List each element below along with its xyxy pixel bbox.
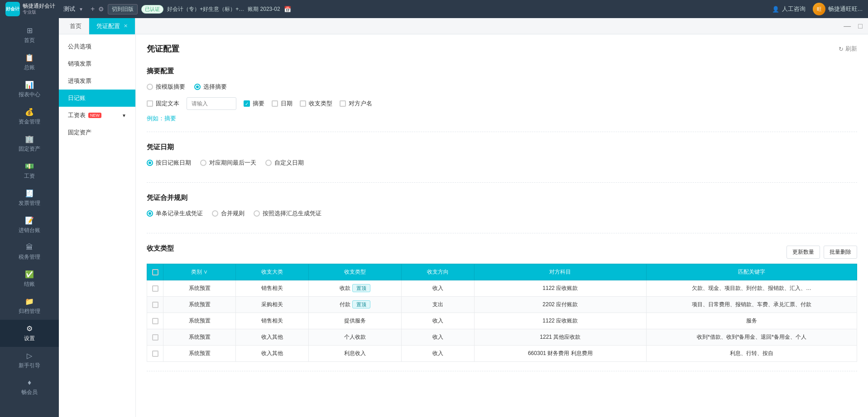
table-row: 系统预置 收入其他 个人收款 收入 1221 其他应收款 收到*借款、收到*备用…	[147, 329, 857, 346]
table-row: 系统预置 销售相关 收款 置顶 收入 1122 应收账款 欠款、现金、项目款、到…	[147, 280, 857, 297]
payroll-expand-arrow[interactable]: ▼	[122, 113, 126, 118]
sidebar-item-funds[interactable]: 💰 资金管理	[0, 103, 59, 130]
row-checkbox-1[interactable]	[147, 280, 163, 297]
settings-icon[interactable]: ⚙	[98, 5, 104, 13]
radio-custom-date[interactable]: 自定义日期	[265, 159, 304, 167]
row-5-checkbox[interactable]	[152, 351, 158, 357]
radio-template-label: 按模版摘要	[156, 83, 185, 91]
sidebar-label-settings: 设置	[24, 335, 35, 342]
left-nav-fixed-assets[interactable]: 固定资产	[59, 124, 135, 141]
company-dropdown-arrow[interactable]: ▼	[79, 7, 83, 12]
row-checkbox-3[interactable]	[147, 313, 163, 329]
radio-journal-date-label: 按日记账日期	[156, 159, 191, 167]
radio-single-record[interactable]: 单条记录生成凭证	[147, 209, 203, 218]
checkbox-fixed-text[interactable]: 固定文本	[147, 100, 179, 108]
row-4-checkbox[interactable]	[152, 334, 158, 341]
radio-single-record-circle	[147, 210, 153, 217]
row-4-keywords: 收到*借款、收到*备用金、退回*备用金、个人	[647, 329, 857, 346]
sidebar-item-assets[interactable]: 🏢 固定资产	[0, 130, 59, 157]
tab-home-label: 首页	[70, 22, 82, 30]
sidebar-item-settings[interactable]: ⚙ 设置	[0, 320, 59, 347]
left-nav-sales-invoice[interactable]: 销项发票	[59, 55, 135, 72]
user-name: 畅捷通旺旺...	[828, 5, 863, 13]
fixed-text-input[interactable]	[187, 97, 236, 110]
row-2-top-tag[interactable]: 置顶	[352, 300, 370, 308]
consult-button[interactable]: 👤 人工咨询	[772, 5, 806, 13]
row-checkbox-4[interactable]	[147, 329, 163, 346]
radio-single-record-label: 单条记录生成凭证	[156, 209, 203, 218]
switch-version-button[interactable]: 切到旧版	[108, 4, 138, 14]
checkbox-summary-check: ✓	[245, 101, 249, 106]
checkbox-summary-box: ✓	[244, 100, 250, 107]
sidebar-item-guide[interactable]: ▷ 新手引导	[0, 347, 59, 374]
row-1-top-tag[interactable]: 置顶	[352, 284, 370, 292]
row-3-checkbox[interactable]	[152, 318, 158, 324]
checkbox-income-type[interactable]: 收支类型	[300, 100, 332, 108]
tab-voucher-config[interactable]: 凭证配置 ✕	[89, 18, 135, 34]
row-2-big-type: 采购相关	[236, 297, 308, 313]
sidebar-item-home[interactable]: ⊞ 首页	[0, 22, 59, 49]
left-nav-purchase-invoice[interactable]: 进项发票	[59, 72, 135, 90]
row-2-checkbox[interactable]	[152, 302, 158, 308]
sidebar-item-invoice[interactable]: 🧾 发票管理	[0, 185, 59, 212]
sidebar-item-tax[interactable]: 🏛 税务管理	[0, 239, 59, 265]
row-checkbox-5[interactable]	[147, 346, 163, 362]
sidebar-item-close[interactable]: ✅ 结账	[0, 265, 59, 293]
consult-icon: 👤	[772, 6, 779, 13]
radio-template-summary[interactable]: 按模版摘要	[147, 83, 185, 91]
row-4-direction: 收入	[402, 329, 474, 346]
date-section-title: 凭证日期	[147, 143, 857, 152]
salary-icon: 💵	[25, 162, 34, 171]
left-nav-journal[interactable]: 日记账	[59, 90, 135, 107]
maximize-button[interactable]: □	[856, 21, 864, 31]
radio-select-summary[interactable]: 选择摘要	[194, 83, 227, 91]
row-3-subject: 1122 应收账款	[474, 313, 647, 329]
product-tags: 好会计（专）+好生意（标）+…	[167, 5, 244, 13]
refresh-button[interactable]: ↻ 刷新	[839, 45, 857, 53]
minimize-button[interactable]: —	[842, 21, 853, 31]
left-nav-payroll[interactable]: 工资表 NEW ▼	[59, 107, 135, 124]
user-info[interactable]: 旺 畅捷通旺旺...	[813, 3, 863, 15]
radio-journal-date[interactable]: 按日记账日期	[147, 159, 191, 167]
left-nav-public-label: 公共选项	[68, 43, 91, 51]
checkbox-counterpart[interactable]: 对方户名	[340, 100, 372, 108]
tab-home[interactable]: 首页	[62, 18, 89, 34]
certified-tag: 已认证	[141, 5, 163, 14]
table-header-bar: 收支类型 更新数量 批量删除	[147, 244, 857, 260]
radio-custom-date-label: 自定义日期	[274, 159, 304, 167]
assets-icon: 🏢	[25, 135, 34, 143]
row-5-income-type: 利息收入	[308, 346, 401, 362]
update-count-button[interactable]: 更新数量	[786, 246, 820, 259]
income-table: 类别 ∨ 收支大类 收支类型 收支方向 对方科目 匹配关键字	[147, 264, 857, 362]
radio-last-day[interactable]: 对应期间最后一天	[200, 159, 256, 167]
table-header-checkbox[interactable]	[147, 264, 163, 280]
add-icon[interactable]: +	[91, 5, 95, 13]
checkbox-income-type-box	[300, 100, 306, 107]
checkbox-date[interactable]: 日期	[272, 100, 293, 108]
radio-summary-generate[interactable]: 按照选择汇总生成凭证	[254, 209, 321, 218]
guide-icon: ▷	[27, 351, 32, 360]
left-nav-public[interactable]: 公共选项	[59, 38, 135, 55]
calendar-icon[interactable]: 📅	[284, 6, 291, 13]
tab-close-icon[interactable]: ✕	[124, 23, 128, 29]
radio-select-circle	[194, 84, 201, 90]
main-content: 凭证配置 ↻ 刷新 摘要配置 按模版摘要	[136, 34, 868, 417]
sidebar-item-reports[interactable]: 📊 报表中心	[0, 76, 59, 103]
select-all-checkbox[interactable]	[152, 269, 158, 275]
sidebar-item-salary[interactable]: 💵 工资	[0, 157, 59, 185]
sidebar-item-ledger[interactable]: 📋 总账	[0, 49, 59, 76]
left-nav-sales-invoice-label: 销项发票	[68, 60, 91, 68]
sidebar-item-stock[interactable]: 📝 进销台账	[0, 212, 59, 239]
row-3-category: 系统预置	[163, 313, 236, 329]
row-checkbox-2[interactable]	[147, 297, 163, 313]
company-name: 测试	[63, 5, 75, 13]
row-1-checkbox[interactable]	[152, 285, 158, 292]
radio-merge-rules[interactable]: 合并规则	[212, 209, 245, 218]
batch-delete-button[interactable]: 批量删除	[824, 246, 857, 259]
sidebar-item-archive[interactable]: 📁 归档管理	[0, 293, 59, 320]
checkbox-fixed-text-label: 固定文本	[156, 100, 179, 108]
checkbox-summary[interactable]: ✓ 摘要	[244, 100, 264, 108]
period-tag: 账期 2023-02	[248, 5, 280, 13]
row-5-big-type: 收入其他	[236, 346, 308, 362]
sidebar-item-member[interactable]: ♦ 畅会员	[0, 374, 59, 401]
